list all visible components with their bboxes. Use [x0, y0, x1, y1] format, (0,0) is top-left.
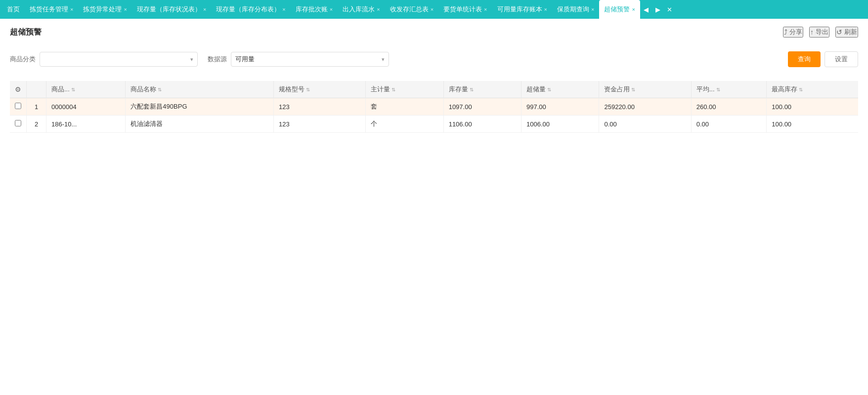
row-avg: 0.00 [691, 116, 767, 133]
nav-item-task-mgmt[interactable]: 拣货任务管理 × [25, 0, 78, 19]
row-avg: 260.00 [691, 98, 767, 116]
nav-close-batch[interactable]: × [330, 6, 333, 12]
share-button[interactable]: ⤴ 分享 [783, 27, 803, 38]
setting-button[interactable]: 设置 [825, 51, 858, 67]
nav-item-batch[interactable]: 库存批次账 × [291, 0, 338, 19]
th-capital[interactable]: 资金占用 ⇅ [599, 81, 691, 98]
nav-item-stock-dist[interactable]: 现存量（库存分布表） × [211, 0, 290, 19]
page-header: 超储预警 ⤴ 分享 ↑ 导出 ↺ 刷新 [10, 27, 858, 38]
table-header-row: ⚙ 商品... ⇅ 商品名称 ⇅ 规格型号 [10, 81, 858, 98]
row-unit: 套 [366, 98, 443, 116]
sort-product-code[interactable]: 商品... ⇅ [51, 85, 75, 94]
nav-close-stock-status[interactable]: × [203, 6, 206, 12]
nav-item-available[interactable]: 可用量库存账本 × [492, 0, 552, 19]
export-button[interactable]: ↑ 导出 [809, 27, 829, 38]
nav-item-overstock[interactable]: 超储预警 × [599, 0, 640, 19]
th-gear: ⚙ [10, 81, 27, 98]
refresh-icon: ↺ [836, 28, 842, 36]
row-checkbox-0[interactable] [15, 103, 21, 109]
nav-close-available[interactable]: × [544, 6, 547, 12]
category-label: 商品分类 [10, 55, 36, 64]
category-filter: 商品分类 ▾ [10, 52, 198, 67]
query-button[interactable]: 查询 [788, 51, 821, 67]
row-max-stock: 100.00 [767, 116, 858, 133]
table-row: 1 0000004 六配套新昌490BPG 123 套 1097.00 997.… [10, 98, 858, 116]
datasource-value: 可用量 [235, 55, 255, 64]
nav-close-order-stat[interactable]: × [484, 6, 487, 12]
sort-icon-stock-qty: ⇅ [470, 87, 474, 92]
sort-icon-overstock-qty: ⇅ [547, 87, 551, 92]
row-num: 1 [27, 98, 46, 116]
row-spec: 123 [274, 116, 366, 133]
sort-unit[interactable]: 主计量 ⇅ [371, 85, 395, 94]
row-product-code: 0000004 [46, 98, 126, 116]
th-product-name[interactable]: 商品名称 ⇅ [126, 81, 274, 98]
nav-item-home[interactable]: 首页 [2, 0, 25, 19]
data-table: ⚙ 商品... ⇅ 商品名称 ⇅ 规格型号 [10, 81, 858, 133]
sort-icon-max-stock: ⇅ [799, 87, 803, 92]
nav-arrow-close[interactable]: ✕ [664, 0, 676, 19]
th-unit[interactable]: 主计量 ⇅ [366, 81, 443, 98]
row-product-name: 六配套新昌490BPG [126, 98, 274, 116]
th-overstock-qty[interactable]: 超储量 ⇅ [521, 81, 599, 98]
sort-max-stock[interactable]: 最高库存 ⇅ [772, 85, 803, 94]
category-select[interactable]: ▾ [40, 52, 198, 67]
gear-icon[interactable]: ⚙ [15, 85, 21, 93]
row-checkbox-cell [10, 116, 27, 133]
row-overstock-qty: 997.00 [521, 98, 599, 116]
row-unit: 个 [366, 116, 443, 133]
row-num: 2 [27, 116, 46, 133]
sort-product-name[interactable]: 商品名称 ⇅ [130, 85, 162, 94]
nav-item-stock-status[interactable]: 现存量（库存状况表） × [132, 0, 211, 19]
datasource-label: 数据源 [208, 55, 227, 64]
nav-close-overstock[interactable]: × [632, 6, 635, 12]
nav-item-collect[interactable]: 收发存汇总表 × [385, 0, 438, 19]
sort-capital[interactable]: 资金占用 ⇅ [604, 85, 635, 94]
nav-close-abnormal[interactable]: × [124, 6, 127, 12]
nav-close-expiry[interactable]: × [591, 6, 594, 12]
sort-icon-product-code: ⇅ [71, 87, 75, 92]
filter-buttons: 查询 设置 [788, 51, 858, 67]
row-capital: 259220.00 [599, 98, 691, 116]
th-avg[interactable]: 平均... ⇅ [691, 81, 767, 98]
sort-icon-product-name: ⇅ [158, 87, 162, 92]
sort-overstock-qty[interactable]: 超储量 ⇅ [526, 85, 551, 94]
th-stock-qty[interactable]: 库存量 ⇅ [443, 81, 521, 98]
row-product-name: 机油滤清器 [126, 116, 274, 133]
header-actions: ⤴ 分享 ↑ 导出 ↺ 刷新 [783, 27, 858, 38]
nav-close-stock-dist[interactable]: × [282, 6, 285, 12]
chevron-down-icon: ▾ [190, 56, 193, 63]
share-icon: ⤴ [784, 28, 787, 36]
datasource-select[interactable]: 可用量 ▾ [231, 52, 389, 67]
refresh-button[interactable]: ↺ 刷新 [835, 27, 858, 38]
nav-arrow-left[interactable]: ◀ [640, 0, 652, 19]
nav-close-task-mgmt[interactable]: × [70, 6, 73, 12]
th-max-stock[interactable]: 最高库存 ⇅ [767, 81, 858, 98]
row-checkbox-1[interactable] [15, 120, 21, 126]
th-spec[interactable]: 规格型号 ⇅ [274, 81, 366, 98]
sort-icon-spec: ⇅ [306, 87, 310, 92]
datasource-chevron-icon: ▾ [382, 56, 385, 63]
row-stock-qty: 1097.00 [443, 98, 521, 116]
sort-stock-qty[interactable]: 库存量 ⇅ [449, 85, 474, 94]
row-stock-qty: 1106.00 [443, 116, 521, 133]
page-content: 超储预警 ⤴ 分享 ↑ 导出 ↺ 刷新 商品分类 ▾ 数据源 [0, 19, 868, 141]
sort-icon-avg: ⇅ [716, 87, 720, 92]
th-product-code[interactable]: 商品... ⇅ [46, 81, 126, 98]
nav-close-inout[interactable]: × [377, 6, 380, 12]
nav-arrow-right[interactable]: ▶ [652, 0, 664, 19]
nav-item-abnormal[interactable]: 拣货异常处理 × [78, 0, 131, 19]
sort-spec[interactable]: 规格型号 ⇅ [279, 85, 310, 94]
th-num [27, 81, 46, 98]
export-icon: ↑ [810, 28, 814, 36]
row-checkbox-cell [10, 98, 27, 116]
sort-avg[interactable]: 平均... ⇅ [696, 85, 720, 94]
sort-icon-capital: ⇅ [631, 87, 635, 92]
nav-item-expiry[interactable]: 保质期查询 × [552, 0, 599, 19]
nav-item-order-stat[interactable]: 要货单统计表 × [438, 0, 492, 19]
table-row: 2 186-10... 机油滤清器 123 个 1106.00 1006.00 … [10, 116, 858, 133]
nav-item-inout[interactable]: 出入库流水 × [338, 0, 385, 19]
top-nav: 首页 拣货任务管理 × 拣货异常处理 × 现存量（库存状况表） × 现存量（库存… [0, 0, 868, 19]
nav-close-collect[interactable]: × [431, 6, 434, 12]
row-max-stock: 100.00 [767, 98, 858, 116]
